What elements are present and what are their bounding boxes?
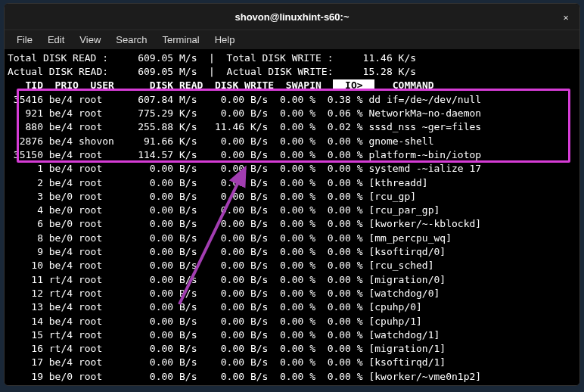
process-row: 16 rt/4 root 0.00 B/s 0.00 B/s 0.00 % 0.… — [8, 342, 576, 356]
process-row: 4 be/0 root 0.00 B/s 0.00 B/s 0.00 % 0.0… — [8, 204, 576, 217]
process-row: 8 be/0 root 0.00 B/s 0.00 B/s 0.00 % 0.0… — [8, 232, 576, 245]
menubar: File Edit View Search Terminal Help — [5, 30, 579, 50]
summary-actual: Actual DISK READ: 609.05 M/s | Actual DI… — [8, 65, 576, 79]
process-row: 1 be/4 root 0.00 B/s 0.00 B/s 0.00 % 0.0… — [8, 162, 576, 176]
menu-help[interactable]: Help — [207, 32, 243, 48]
process-row: 3 be/0 root 0.00 B/s 0.00 B/s 0.00 % 0.0… — [8, 190, 576, 204]
menu-view[interactable]: View — [72, 32, 108, 48]
process-row: 921 be/4 root 775.29 K/s 0.00 B/s 0.00 %… — [8, 107, 576, 120]
process-row: 35150 be/4 root 114.57 K/s 0.00 B/s 0.00… — [8, 148, 576, 162]
process-row: 6 be/0 root 0.00 B/s 0.00 B/s 0.00 % 0.0… — [8, 217, 576, 231]
process-row: 10 be/4 root 0.00 B/s 0.00 B/s 0.00 % 0.… — [8, 259, 576, 272]
process-row: 2876 be/4 shovon 91.66 K/s 0.00 B/s 0.00… — [8, 135, 576, 148]
process-row: 17 be/4 root 0.00 B/s 0.00 B/s 0.00 % 0.… — [8, 356, 576, 369]
process-row: 13 be/4 root 0.00 B/s 0.00 B/s 0.00 % 0.… — [8, 300, 576, 314]
process-row: 9 be/4 root 0.00 B/s 0.00 B/s 0.00 % 0.0… — [8, 245, 576, 259]
menu-edit[interactable]: Edit — [40, 32, 72, 48]
menu-search[interactable]: Search — [108, 32, 154, 48]
window-title: shovon@linuxhint-s60:~ — [235, 11, 349, 23]
terminal-window: shovon@linuxhint-s60:~ ✕ File Edit View … — [4, 3, 580, 386]
process-row: 11 rt/4 root 0.00 B/s 0.00 B/s 0.00 % 0.… — [8, 273, 576, 287]
process-row: 15 rt/4 root 0.00 B/s 0.00 B/s 0.00 % 0.… — [8, 328, 576, 342]
process-row: 14 be/4 root 0.00 B/s 0.00 B/s 0.00 % 0.… — [8, 315, 576, 328]
menu-file[interactable]: File — [9, 32, 40, 48]
process-row: 19 be/0 root 0.00 B/s 0.00 B/s 0.00 % 0.… — [8, 370, 576, 384]
process-row: 2 be/4 root 0.00 B/s 0.00 B/s 0.00 % 0.0… — [8, 176, 576, 190]
process-row: 35416 be/4 root 607.84 M/s 0.00 B/s 0.00… — [8, 93, 576, 107]
summary-total: Total DISK READ : 609.05 M/s | Total DIS… — [8, 51, 576, 65]
close-icon[interactable]: ✕ — [558, 10, 573, 25]
process-row: 12 rt/4 root 0.00 B/s 0.00 B/s 0.00 % 0.… — [8, 287, 576, 300]
column-header[interactable]: TID PRIO USER DISK READ DISK WRITE SWAPI… — [8, 79, 576, 92]
process-row: 880 be/4 root 255.88 K/s 11.46 K/s 0.00 … — [8, 120, 576, 134]
terminal-output[interactable]: Total DISK READ : 609.05 M/s | Total DIS… — [5, 50, 579, 385]
titlebar[interactable]: shovon@linuxhint-s60:~ ✕ — [5, 4, 579, 30]
menu-terminal[interactable]: Terminal — [155, 32, 207, 48]
